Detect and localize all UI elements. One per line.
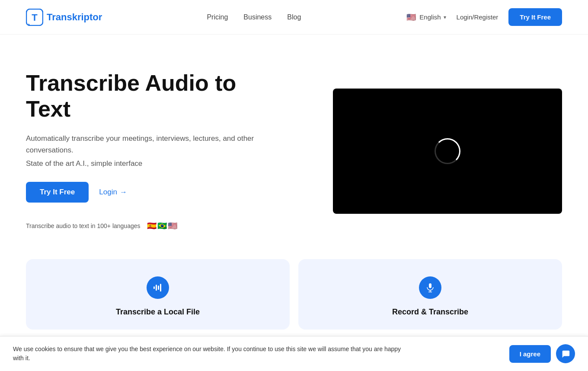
microphone-icon [425, 282, 435, 293]
cookie-agree-button[interactable]: I agree [509, 345, 551, 347]
logo-icon: T [26, 9, 43, 26]
cookie-banner: We use cookies to ensure that we give yo… [0, 336, 588, 347]
cookie-right: I agree [509, 344, 575, 347]
chat-bubble-button[interactable] [556, 344, 575, 347]
waveform-icon [153, 282, 163, 293]
nav-links: Pricing Business Blog [207, 13, 301, 21]
language-selector[interactable]: 🇺🇸 English ▾ [406, 12, 446, 23]
cookie-text: We use cookies to ensure that we give yo… [13, 345, 402, 347]
hero-login-label: Login [99, 188, 117, 197]
chevron-down-icon: ▾ [444, 14, 446, 20]
login-register-link[interactable]: Login/Register [457, 13, 499, 21]
nav-pricing[interactable]: Pricing [207, 13, 228, 21]
arrow-right-icon: → [120, 188, 127, 197]
hero-languages: Transcribe audio to text in 100+ languag… [26, 220, 285, 232]
svg-rect-4 [158, 285, 159, 290]
logo[interactable]: T Transkriptor [26, 9, 102, 26]
svg-rect-2 [153, 286, 155, 289]
hero-login-link[interactable]: Login → [99, 188, 127, 197]
nav-business[interactable]: Business [243, 13, 272, 21]
svg-rect-3 [156, 285, 157, 291]
features-section: Transcribe a Local File Record & Transcr… [0, 259, 588, 347]
feature-card-local-file: Transcribe a Local File [26, 259, 290, 330]
flag-stack: 🇪🇸 🇧🇷 🇺🇸 [146, 220, 179, 232]
flag-usa: 🇺🇸 [166, 220, 179, 232]
hero-cta-button[interactable]: Try It Free [26, 182, 89, 203]
nav-right: 🇺🇸 English ▾ Login/Register Try It Free [406, 8, 562, 26]
svg-rect-5 [160, 284, 161, 292]
microphone-icon-wrap [419, 276, 441, 299]
hero-video [333, 89, 562, 214]
svg-text:T: T [32, 12, 38, 22]
hero-lang-text: Transcribe audio to text in 100+ languag… [26, 222, 141, 229]
hero-left: Transcribe Audio to Text Automatically t… [26, 70, 285, 232]
svg-rect-6 [429, 283, 431, 288]
waveform-icon-wrap [147, 276, 169, 299]
feature-title-local-file: Transcribe a Local File [116, 308, 200, 317]
hero-title: Transcribe Audio to Text [26, 70, 285, 122]
feature-card-record: Record & Transcribe [298, 259, 562, 330]
hero-section: Transcribe Audio to Text Automatically t… [0, 35, 588, 259]
video-loading-spinner [435, 138, 460, 164]
hero-sub2: State of the art A.I., simple interface [26, 159, 285, 168]
navbar: T Transkriptor Pricing Business Blog 🇺🇸 … [0, 0, 588, 35]
hero-subtitle: Automatically transcribe your meetings, … [26, 133, 285, 156]
flag-icon: 🇺🇸 [406, 12, 417, 23]
nav-blog[interactable]: Blog [287, 13, 301, 21]
language-label: English [419, 13, 441, 21]
feature-title-record: Record & Transcribe [392, 308, 468, 317]
nav-cta-button[interactable]: Try It Free [508, 8, 562, 26]
hero-actions: Try It Free Login → [26, 182, 285, 203]
brand-name: Transkriptor [47, 12, 102, 23]
